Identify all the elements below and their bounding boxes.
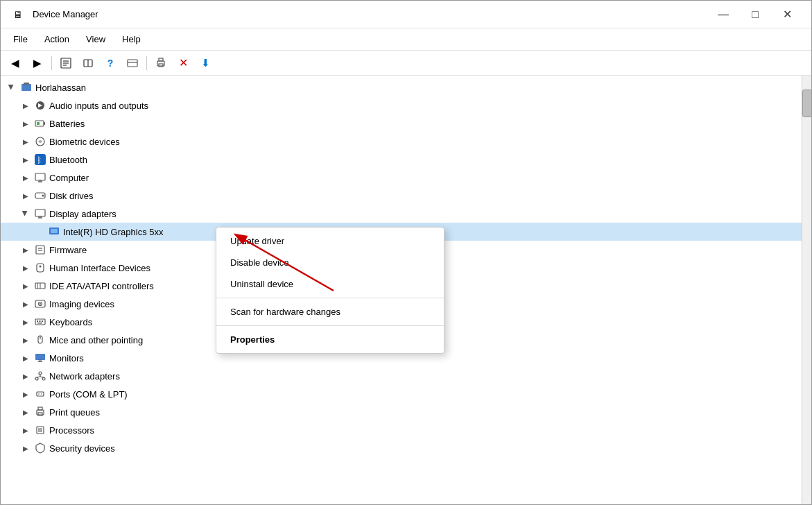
tree-item-bluetooth[interactable]: ▶ ᛒ Bluetooth [1,151,802,169]
menu-file[interactable]: File [6,31,35,47]
hid-expand[interactable]: ▶ [20,262,31,273]
tree-item-processors[interactable]: ▶ Processors [1,421,802,439]
properties-button[interactable] [55,53,76,73]
context-uninstall-device[interactable]: Uninstall device [216,273,444,295]
audio-expand[interactable]: ▶ [20,100,31,111]
forward-button[interactable]: ▶ [27,53,48,73]
tree-item-security[interactable]: ▶ Security devices [1,439,802,457]
svg-line-56 [37,377,40,377]
menu-bar: File Action View Help [1,28,811,51]
tree-panel[interactable]: ▶ Horlahassan ▶ Audio inputs and outputs… [1,76,802,504]
mice-expand[interactable]: ▶ [20,334,31,345]
ide-expand[interactable]: ▶ [20,280,31,291]
tree-item-disk[interactable]: ▶ Disk drives [1,187,802,205]
menu-action[interactable]: Action [37,31,76,47]
menu-view[interactable]: View [79,31,112,47]
keyboards-expand[interactable]: ▶ [20,316,31,327]
batteries-icon [34,117,46,130]
bluetooth-expand[interactable]: ▶ [20,154,31,165]
batteries-expand[interactable]: ▶ [20,118,31,129]
tree-item-ports[interactable]: ▶ Ports (COM & LPT) [1,385,802,403]
svg-rect-12 [24,83,29,85]
firmware-label: Firmware [49,245,87,255]
svg-rect-65 [38,428,42,432]
root-icon [20,81,33,94]
toolbar: ◀ ▶ ? ✕ ⬇ [1,51,811,76]
network-label: Network adapters [49,371,120,382]
tree-item-display[interactable]: ▶ Display adapters [1,205,802,223]
batteries-label: Batteries [49,119,85,129]
print-button[interactable] [150,53,171,73]
scrollbar[interactable] [802,76,811,504]
tree-item-network[interactable]: ▶ Network adapters [1,367,802,385]
menu-help[interactable]: Help [115,31,148,47]
device-manager-window: 🖥 Device Manager — □ ✕ File Action View … [0,0,812,505]
monitors-expand[interactable]: ▶ [20,352,31,363]
driver-button[interactable] [78,53,98,73]
imaging-expand[interactable]: ▶ [20,298,31,309]
svg-rect-45 [42,320,43,322]
display-expand[interactable]: ▶ [20,208,31,219]
svg-point-41 [40,303,41,305]
ports-icon [34,388,46,400]
print-label: Print queues [49,407,100,418]
svg-rect-58 [37,392,44,396]
disk-expand[interactable]: ▶ [20,190,31,201]
audio-label: Audio inputs and outputs [49,101,148,111]
help-button[interactable]: ? [100,53,121,73]
root-expand-arrow[interactable]: ▶ [6,82,17,93]
firmware-expand[interactable]: ▶ [20,244,31,255]
svg-rect-43 [37,320,38,322]
app-icon: 🖥 [12,8,24,21]
context-sep-2 [216,325,444,326]
ports-expand[interactable]: ▶ [20,388,31,400]
back-button[interactable]: ◀ [5,53,26,73]
intel-gpu-label: Intel(R) HD Graphics 5xx [63,227,163,237]
network-icon [34,370,46,382]
network-expand[interactable]: ▶ [20,370,31,382]
svg-rect-6 [128,60,137,67]
context-disable-device[interactable]: Disable device [216,252,444,273]
context-scan-changes[interactable]: Scan for hardware changes [216,301,444,323]
processors-expand[interactable]: ▶ [20,425,31,436]
tree-item-biometric[interactable]: ▶ Biometric devices [1,132,802,151]
root-label: Horlahassan [35,83,86,93]
security-expand[interactable]: ▶ [20,443,31,454]
context-properties[interactable]: Properties [216,329,444,350]
display-label: Display adapters [49,209,116,219]
svg-rect-26 [35,209,45,216]
context-update-driver[interactable]: Update driver [216,230,444,252]
window-title: Device Manager [33,9,98,19]
tree-root[interactable]: ▶ Horlahassan [1,78,802,96]
computer-expand[interactable]: ▶ [20,172,31,183]
processors-icon [34,424,46,436]
imaging-label: Imaging devices [49,299,114,309]
tree-item-batteries[interactable]: ▶ Batteries [1,114,802,132]
svg-rect-9 [159,58,163,61]
maximize-button[interactable]: □ [739,3,771,26]
mice-icon [34,334,46,346]
monitors-icon [34,352,46,364]
firmware-icon [34,243,46,256]
tree-item-print[interactable]: ▶ Print queues [1,403,802,421]
title-bar-left: 🖥 Device Manager [9,8,98,21]
minimize-button[interactable]: — [707,3,739,26]
bluetooth-icon: ᛒ [34,153,46,166]
svg-rect-63 [38,413,42,416]
svg-text:ᛒ: ᛒ [37,155,42,165]
tree-item-audio[interactable]: ▶ Audio inputs and outputs [1,96,802,114]
print-expand[interactable]: ▶ [20,406,31,418]
computer-icon [34,171,46,184]
svg-rect-10 [159,64,163,67]
processors-label: Processors [49,425,94,436]
context-menu: Update driver Disable device Uninstall d… [216,227,444,354]
scan-button[interactable] [122,53,143,73]
disk-icon [34,189,46,202]
update-button[interactable]: ⬇ [195,53,216,73]
svg-point-54 [42,377,45,380]
remove-button[interactable]: ✕ [173,53,193,73]
keyboards-label: Keyboards [49,317,92,327]
biometric-expand[interactable]: ▶ [20,136,31,147]
tree-item-computer[interactable]: ▶ Computer [1,169,802,187]
close-button[interactable]: ✕ [771,3,803,26]
